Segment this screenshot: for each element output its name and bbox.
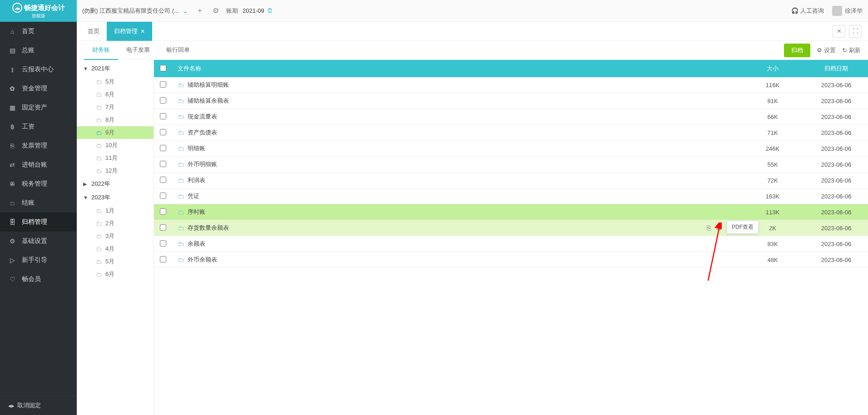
plus-icon[interactable]: ＋: [196, 6, 203, 15]
folder-icon: 🗀: [178, 256, 184, 263]
row-checkbox[interactable]: [160, 177, 166, 183]
table-row[interactable]: 🗀余额表83K2023-06-06: [154, 236, 868, 252]
row-checkbox[interactable]: [160, 113, 166, 119]
sub-tab[interactable]: 电子发票: [118, 41, 158, 60]
settings-link[interactable]: ⚙ 设置: [817, 46, 836, 54]
sidebar-item-1[interactable]: ▤总账: [0, 41, 77, 60]
close-tab-button[interactable]: ✕: [833, 25, 845, 38]
sidebar-item-8[interactable]: ֎税务管理: [0, 174, 77, 193]
sidebar-item-0[interactable]: ⌂首页: [0, 22, 77, 41]
sidebar-unpin[interactable]: ◂▸ 取消固定: [0, 395, 77, 415]
sidebar-item-5[interactable]: ฿工资: [0, 117, 77, 136]
sub-tabs-row: 财务账电子发票银行回单 归档 ⚙ 设置 ↻ 刷新: [77, 41, 868, 60]
folder-icon: 🗀: [178, 113, 184, 120]
table-row[interactable]: 🗀序时账113K2023-06-06: [154, 204, 868, 220]
table-row[interactable]: 🗀现金流量表66K2023-06-06: [154, 109, 868, 125]
tree-month[interactable]: 🗀1月: [77, 204, 154, 217]
pdf-icon[interactable]: 🗎: [715, 224, 722, 232]
tree-month[interactable]: 🗀9月: [77, 126, 154, 139]
tree-month[interactable]: 🗀2月: [77, 217, 154, 230]
folder-icon: 🗀: [178, 145, 184, 152]
archive-date: 2023-06-06: [804, 93, 868, 109]
brand-logo[interactable]: ☁ 畅捷通好会计 旗舰版: [0, 0, 77, 22]
page-tab[interactable]: 首页: [80, 22, 107, 41]
year-tree: ▼2021年🗀5月🗀6月🗀7月🗀8月🗀9月🗀10月🗀11月🗀12月▶2022年▼…: [77, 60, 154, 415]
row-checkbox[interactable]: [160, 193, 166, 199]
tree-month[interactable]: 🗀6月: [77, 268, 154, 281]
tree-month[interactable]: 🗀11月: [77, 152, 154, 164]
tree-month[interactable]: 🗀6月: [77, 88, 154, 101]
nav-icon: ฿: [8, 123, 16, 130]
sidebar-item-11[interactable]: ⚙基础设置: [0, 232, 77, 251]
gear-icon[interactable]: ⚙: [213, 6, 219, 15]
sidebar-item-9[interactable]: ⏍结账: [0, 193, 77, 212]
tree-month[interactable]: 🗀5月: [77, 255, 154, 268]
table-row[interactable]: 🗀资产负债表71K2023-06-06: [154, 125, 868, 141]
tree-month[interactable]: 🗀5月: [77, 75, 154, 88]
row-checkbox[interactable]: [160, 129, 166, 135]
cloud-icon: ☁: [12, 3, 22, 13]
tree-month[interactable]: 🗀10月: [77, 139, 154, 152]
tree-year[interactable]: ▼2021年: [77, 62, 154, 75]
sub-tab[interactable]: 银行回单: [158, 41, 198, 60]
row-checkbox[interactable]: [160, 208, 166, 215]
sidebar-item-3[interactable]: ✿资金管理: [0, 79, 77, 98]
archive-button[interactable]: 归档: [784, 44, 810, 57]
sidebar-item-13[interactable]: ♡畅会员: [0, 270, 77, 289]
row-checkbox[interactable]: [160, 224, 166, 231]
folder-icon: 🗀: [96, 155, 102, 162]
sidebar-item-7[interactable]: ⇄进销台账: [0, 155, 77, 174]
fullscreen-button[interactable]: ⛶: [849, 25, 862, 38]
tree-month[interactable]: 🗀3月: [77, 230, 154, 242]
sidebar-item-12[interactable]: ▷新手引导: [0, 251, 77, 270]
archive-date: 2023-06-06: [804, 125, 868, 141]
brand-edition: 旗舰版: [32, 13, 45, 19]
archive-date: 2023-06-06: [804, 236, 868, 252]
tree-month[interactable]: 🗀7月: [77, 101, 154, 114]
tree-year[interactable]: ▼2023年: [77, 191, 154, 204]
close-icon[interactable]: ✕: [140, 28, 145, 35]
table-row[interactable]: 🗀明细账246K2023-06-06: [154, 141, 868, 157]
sidebar-item-10[interactable]: 🗄归档管理: [0, 212, 77, 232]
sidebar-item-6[interactable]: ⎘发票管理: [0, 136, 77, 155]
file-size: 116K: [741, 77, 804, 93]
row-checkbox[interactable]: [160, 81, 166, 88]
table-row[interactable]: 🗀外币明细账55K2023-06-06: [154, 157, 868, 173]
table-row[interactable]: 🗀辅助核算明细账116K2023-06-06: [154, 77, 868, 93]
table-row[interactable]: 🗀外币余额表48K2023-06-06: [154, 252, 868, 268]
user-menu[interactable]: 徐泽华: [832, 6, 863, 16]
period-value[interactable]: 2021-09: [243, 7, 264, 14]
consult-link[interactable]: 🎧 人工咨询: [791, 7, 824, 15]
tree-year[interactable]: ▶2022年: [77, 177, 154, 191]
table-row[interactable]: 🗀存货数量余额表⎘🗎🔍2K2023-06-06: [154, 220, 868, 236]
nav-icon: ♡: [8, 276, 16, 283]
page-tab[interactable]: 归档管理✕: [107, 22, 152, 41]
file-size: 163K: [741, 188, 804, 204]
table-row[interactable]: 🗀辅助核算余额表81K2023-06-06: [154, 93, 868, 109]
file-name: 辅助核算余额表: [188, 97, 229, 105]
select-all-checkbox[interactable]: [160, 65, 166, 71]
row-checkbox[interactable]: [160, 161, 166, 167]
folder-icon: 🗀: [96, 258, 102, 265]
calendar-icon[interactable]: 🗓: [267, 7, 273, 14]
excel-icon[interactable]: ⎘: [707, 224, 711, 232]
row-checkbox[interactable]: [160, 240, 166, 247]
row-checkbox[interactable]: [160, 256, 166, 262]
tree-month[interactable]: 🗀12月: [77, 164, 154, 177]
company-selector[interactable]: (勿删) 江西服宝精品有限责任公司 (...: [82, 7, 179, 15]
row-checkbox[interactable]: [160, 145, 166, 151]
archive-date: 2023-06-06: [804, 252, 868, 268]
chevron-down-icon[interactable]: ⌄: [183, 7, 188, 15]
folder-icon: 🗀: [96, 91, 102, 98]
sub-tab[interactable]: 财务账: [84, 41, 118, 60]
tree-month[interactable]: 🗀4月: [77, 242, 154, 255]
row-checkbox[interactable]: [160, 97, 166, 104]
table-row[interactable]: 🗀凭证163K2023-06-06: [154, 188, 868, 204]
sidebar-item-4[interactable]: ▦固定资产: [0, 98, 77, 117]
table-row[interactable]: 🗀利润表72K2023-06-06: [154, 173, 868, 188]
file-name: 利润表: [188, 176, 205, 184]
refresh-link[interactable]: ↻ 刷新: [842, 46, 861, 54]
sidebar-item-2[interactable]: ⫿云报表中心: [0, 60, 77, 79]
folder-icon: 🗀: [96, 117, 102, 124]
tree-month[interactable]: 🗀8月: [77, 114, 154, 126]
